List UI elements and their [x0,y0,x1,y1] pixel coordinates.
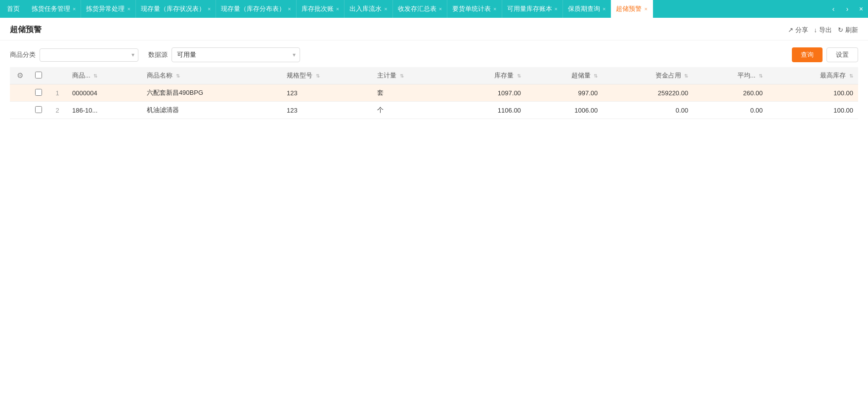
close-tab-9-icon[interactable]: × [603,6,606,12]
row-product-name: 六配套新昌490BPG [142,84,282,102]
row-product-code: 0000004 [67,84,142,102]
table-container: ⚙ 商品... ⇅ 商品名称 ⇅ 规格型号 [0,67,868,119]
export-icon: ↓ [814,26,818,34]
close-tab-4-icon[interactable]: × [336,6,339,12]
row-checkbox-0[interactable] [35,89,42,96]
th-product-name[interactable]: 商品名称 ⇅ [142,67,282,84]
row-product-name: 机油滤清器 [142,102,282,119]
gear-settings-icon[interactable]: ⚙ [17,71,23,79]
page-content: 超储预警 ↗ 分享 ↓ 导出 ↻ 刷新 商品分类 [0,18,868,395]
row-capital: 259220.00 [603,84,693,102]
row-unit: 套 [372,84,449,102]
th-overstock[interactable]: 超储量 ⇅ [526,67,603,84]
select-all-checkbox[interactable] [35,72,42,79]
th-checkbox[interactable] [30,67,47,84]
row-max-stock: 100.00 [768,102,858,119]
category-select-wrapper [40,48,138,62]
sort-unit-icon: ⇅ [400,73,404,79]
nav-next-icon[interactable]: › [840,0,854,18]
category-select[interactable] [40,48,138,62]
filter-buttons: 查询 设置 [792,47,858,62]
row-overstock: 997.00 [526,84,603,102]
nav-tab-0[interactable]: 拣货任务管理 × [27,0,81,18]
sort-max-stock-icon: ⇅ [849,73,853,79]
sort-product-name-icon: ⇅ [176,73,180,79]
nav-tab-2[interactable]: 现存量（库存状况表） × [136,0,216,18]
sort-stock-icon: ⇅ [517,73,521,79]
row-spec: 123 [282,84,372,102]
nav-tab-3[interactable]: 现存量（库存分布表） × [216,0,296,18]
nav-tab-8[interactable]: 可用量库存账本 × [502,0,563,18]
close-tab-2-icon[interactable]: × [208,6,211,12]
datasource-value: 可用量 [177,50,196,59]
th-capital[interactable]: 资金占用 ⇅ [603,67,693,84]
nav-tab-1[interactable]: 拣货异常处理 × [81,0,135,18]
page-title: 超储预警 [10,25,42,35]
row-checkbox-cell[interactable] [30,102,47,119]
sort-product-code-icon: ⇅ [93,73,97,79]
close-tab-3-icon[interactable]: × [288,6,291,12]
close-tab-10-icon[interactable]: × [644,6,647,12]
row-gear-cell [10,84,30,102]
nav-tab-7[interactable]: 要货单统计表 × [447,0,502,18]
table-header-row: ⚙ 商品... ⇅ 商品名称 ⇅ 规格型号 [10,67,858,84]
th-unit[interactable]: 主计量 ⇅ [372,67,449,84]
table-row: 2 186-10... 机油滤清器 123 个 1106.00 1006.00 … [10,102,858,119]
row-product-code: 186-10... [67,102,142,119]
category-label: 商品分类 [10,50,36,59]
row-capital: 0.00 [603,102,693,119]
sort-overstock-icon: ⇅ [594,73,598,79]
query-button[interactable]: 查询 [792,47,823,62]
share-icon: ↗ [788,26,793,34]
row-avg: 0.00 [693,102,768,119]
close-tab-6-icon[interactable]: × [439,6,442,12]
header-actions: ↗ 分享 ↓ 导出 ↻ 刷新 [788,26,859,35]
filter-row: 商品分类 数据源 可用量 查询 设置 [0,40,868,67]
th-spec[interactable]: 规格型号 ⇅ [282,67,372,84]
share-button[interactable]: ↗ 分享 [788,26,808,35]
page-header: 超储预警 ↗ 分享 ↓ 导出 ↻ 刷新 [0,18,868,40]
row-num-cell: 1 [47,84,67,102]
sort-spec-icon: ⇅ [316,73,320,79]
row-gear-cell [10,102,30,119]
sort-avg-icon: ⇅ [759,73,763,79]
nav-tab-10[interactable]: 超储预警 × [611,0,652,18]
refresh-icon: ↻ [838,26,843,34]
close-tab-0-icon[interactable]: × [73,6,76,12]
row-overstock: 1006.00 [526,102,603,119]
th-row-num [47,67,67,84]
nav-arrows: ‹ › × [826,0,868,18]
th-product-code[interactable]: 商品... ⇅ [67,67,142,84]
th-gear[interactable]: ⚙ [10,67,30,84]
close-tab-1-icon[interactable]: × [127,6,130,12]
table-row: 1 0000004 六配套新昌490BPG 123 套 1097.00 997.… [10,84,858,102]
category-filter-group: 商品分类 [10,48,138,62]
row-stock: 1097.00 [449,84,525,102]
row-checkbox-cell[interactable] [30,84,47,102]
row-checkbox-1[interactable] [35,106,42,113]
nav-prev-icon[interactable]: ‹ [826,0,840,18]
row-stock: 1106.00 [449,102,525,119]
data-table: ⚙ 商品... ⇅ 商品名称 ⇅ 规格型号 [10,67,858,119]
nav-tab-9[interactable]: 保质期查询 × [563,0,611,18]
nav-tab-6[interactable]: 收发存汇总表 × [393,0,447,18]
datasource-filter-group: 数据源 可用量 [148,47,300,62]
nav-tab-5[interactable]: 出入库流水 × [345,0,392,18]
row-spec: 123 [282,102,372,119]
nav-close-icon[interactable]: × [854,0,868,18]
settings-button[interactable]: 设置 [826,47,858,62]
close-tab-8-icon[interactable]: × [555,6,558,12]
nav-home[interactable]: 首页 [0,0,27,18]
nav-tab-4[interactable]: 库存批次账 × [297,0,345,18]
row-num-cell: 2 [47,102,67,119]
th-avg[interactable]: 平均... ⇅ [693,67,768,84]
close-tab-5-icon[interactable]: × [384,6,387,12]
th-max-stock[interactable]: 最高库存 ⇅ [768,67,858,84]
datasource-select[interactable]: 可用量 [172,47,300,62]
export-button[interactable]: ↓ 导出 [814,26,832,35]
close-tab-7-icon[interactable]: × [493,6,496,12]
row-avg: 260.00 [693,84,768,102]
th-stock[interactable]: 库存量 ⇅ [449,67,525,84]
refresh-button[interactable]: ↻ 刷新 [838,26,858,35]
sort-capital-icon: ⇅ [684,73,688,79]
